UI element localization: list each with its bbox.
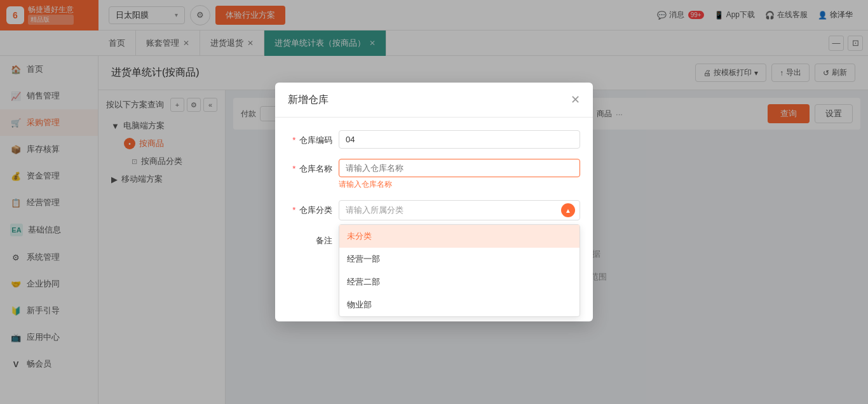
modal-header: 新增仓库 ✕ (275, 83, 593, 118)
name-required-icon: * (292, 164, 295, 173)
name-error-msg: 请输入仓库名称 (339, 179, 580, 190)
category-dropdown: 未分类 经营一部 经营二部 物业部 (339, 224, 580, 317)
category-option-3[interactable]: 物业部 (339, 293, 580, 316)
modal-close-icon[interactable]: ✕ (571, 93, 580, 107)
category-select[interactable]: 请输入所属分类 (339, 200, 580, 220)
chevron-up-icon: ▲ (565, 207, 571, 214)
category-label: * 仓库分类 (288, 200, 339, 216)
name-input-wrap: 请输入仓库名称 (339, 159, 580, 190)
category-toggle-icon[interactable]: ▲ (561, 203, 575, 217)
modal-body: * 仓库编码 * 仓库名称 请输入仓库名称 (275, 118, 593, 271)
name-input[interactable] (339, 159, 580, 177)
warehouse-category-row: * 仓库分类 请输入所属分类 ▲ 未分类 经营一部 经营二部 物业部 (288, 200, 580, 220)
code-input[interactable] (339, 130, 580, 149)
warehouse-name-row: * 仓库名称 请输入仓库名称 (288, 159, 580, 190)
modal-overlay[interactable]: 新增仓库 ✕ * 仓库编码 * 仓库名称 (0, 0, 868, 404)
warehouse-code-row: * 仓库编码 (288, 130, 580, 149)
code-label: * 仓库编码 (288, 130, 339, 146)
code-input-wrap (339, 130, 580, 149)
add-warehouse-modal: 新增仓库 ✕ * 仓库编码 * 仓库名称 (275, 83, 593, 321)
remark-label: 备注 (288, 231, 339, 246)
category-placeholder: 请输入所属分类 (346, 205, 403, 216)
category-option-0[interactable]: 未分类 (339, 225, 580, 248)
category-select-wrap: 请输入所属分类 ▲ 未分类 经营一部 经营二部 物业部 (339, 200, 580, 220)
category-option-1[interactable]: 经营一部 (339, 248, 580, 271)
code-required-icon: * (292, 135, 295, 145)
modal-title: 新增仓库 (288, 93, 329, 107)
name-label: * 仓库名称 (288, 159, 339, 175)
category-option-2[interactable]: 经营二部 (339, 271, 580, 293)
category-required-icon: * (292, 205, 295, 215)
